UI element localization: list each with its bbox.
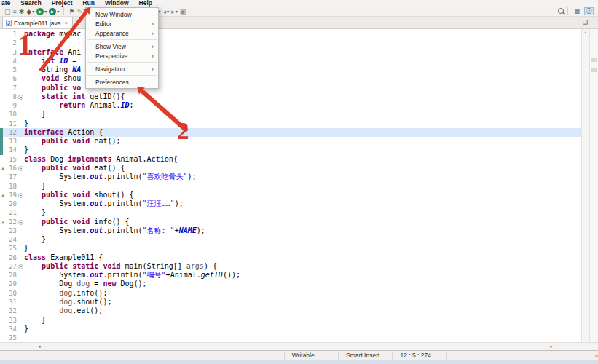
line-number[interactable]: 2 <box>6 39 17 47</box>
line-number[interactable]: 10 <box>6 110 17 119</box>
line-number[interactable]: 26 <box>6 253 17 262</box>
line-number[interactable]: 31 <box>6 298 17 306</box>
code-text[interactable]: dog.eat(); <box>24 306 581 315</box>
code-text[interactable]: class Dog implements Animal,Action{ <box>24 155 581 164</box>
code-line-27[interactable]: 27 public static void main(String[] args… <box>0 262 581 271</box>
code-text[interactable]: System.out.println("汪汪……"); <box>24 199 581 208</box>
code-line-31[interactable]: 31 dog.shout(); <box>0 298 581 306</box>
code-line-26[interactable]: 26class Example011 { <box>0 253 581 262</box>
fold-collapse-icon[interactable] <box>17 191 24 199</box>
minimize-view-icon[interactable]: — <box>573 19 578 26</box>
menu-item-show-view[interactable]: Show View› <box>86 41 158 51</box>
code-text[interactable]: public void eat() { <box>24 164 581 173</box>
code-line-21[interactable]: 21 } <box>0 208 581 217</box>
coverage-icon[interactable]: ◆▾ <box>26 7 34 16</box>
code-text[interactable]: public void shout() { <box>24 191 581 199</box>
menu-ate[interactable]: ate <box>1 0 10 7</box>
code-text[interactable]: static int getID(){ <box>24 92 581 101</box>
new-window-icon[interactable]: ▣ <box>180 7 186 16</box>
code-text[interactable]: System.out.println("喜欢吃骨头"); <box>24 173 581 181</box>
line-number[interactable]: 35 <box>6 333 17 342</box>
fold-collapse-icon[interactable] <box>17 92 24 101</box>
fold-collapse-icon[interactable] <box>18 193 23 198</box>
line-number[interactable]: 23 <box>6 226 17 235</box>
code-text[interactable]: dog.shout(); <box>24 298 581 306</box>
code-line-23[interactable]: 23 System.out.println("名称: "+NAME); <box>0 226 581 235</box>
code-line-18[interactable]: 18 } <box>0 182 581 191</box>
menu-project[interactable]: Project <box>52 0 73 7</box>
code-text[interactable]: } <box>24 110 581 119</box>
code-line-17[interactable]: 17 System.out.println("喜欢吃骨头"); <box>0 173 581 181</box>
line-number[interactable]: 16 <box>6 164 17 173</box>
fold-collapse-icon[interactable] <box>17 262 24 271</box>
line-number[interactable]: 29 <box>6 280 17 288</box>
code-line-11[interactable]: 11} <box>0 119 581 128</box>
code-line-34[interactable]: 34} <box>0 325 581 333</box>
code-line-19[interactable]: ▲19 public void shout() { <box>0 191 581 199</box>
line-number[interactable]: 28 <box>6 271 17 280</box>
menu-item-preferences[interactable]: Preferences <box>86 77 158 87</box>
line-number[interactable]: 22 <box>6 218 17 226</box>
code-text[interactable]: public void eat(); <box>24 137 581 146</box>
annotation-ruler[interactable] <box>589 29 598 342</box>
new-wizard-icon[interactable]: ▢ <box>4 7 11 16</box>
forward-icon[interactable]: ▸▾ <box>171 7 178 16</box>
dropdown-caret-icon[interactable]: ▾ <box>57 7 59 16</box>
code-text[interactable]: public static void main(String[] args) { <box>24 262 581 271</box>
menu-item-appearance[interactable]: Appearance› <box>86 28 158 38</box>
line-number[interactable]: 11 <box>6 119 17 128</box>
code-text[interactable]: } <box>24 182 581 191</box>
scroll-right-icon[interactable]: ▸ <box>550 344 553 349</box>
line-number[interactable]: 9 <box>6 101 17 110</box>
code-line-8[interactable]: 8 static int getID(){ <box>0 92 581 101</box>
code-text[interactable]: return Animal.ID; <box>24 101 581 110</box>
maximize-view-icon[interactable]: ❏ <box>583 19 588 26</box>
menu-help[interactable]: Help <box>139 0 152 7</box>
code-line-13[interactable]: 13 public void eat(); <box>0 137 581 146</box>
line-number[interactable]: 13 <box>6 137 17 146</box>
code-line-10[interactable]: 10 } <box>0 110 581 119</box>
code-text[interactable]: dog.info(); <box>24 289 581 298</box>
code-line-14[interactable]: 14} <box>0 146 581 154</box>
code-text[interactable]: System.out.println("编号"+Animal.getID()); <box>24 271 581 280</box>
code-text[interactable]: } <box>24 119 581 128</box>
code-text[interactable]: } <box>24 146 581 154</box>
search-icon[interactable] <box>558 8 564 15</box>
open-perspective-icon[interactable]: ▦ <box>573 7 582 15</box>
code-line-15[interactable]: 15class Dog implements Animal,Action{ <box>0 155 581 164</box>
menu-item-perspective[interactable]: Perspective› <box>86 51 158 60</box>
line-number[interactable]: 34 <box>6 325 17 333</box>
dropdown-caret-icon[interactable]: ▾ <box>176 7 178 16</box>
line-number[interactable]: 1 <box>6 30 17 39</box>
line-number[interactable]: 15 <box>6 155 17 164</box>
fold-collapse-icon[interactable] <box>18 220 23 225</box>
dropdown-caret-icon[interactable]: ▾ <box>32 7 34 16</box>
run-external-icon[interactable]: ▶▾ <box>49 7 59 16</box>
fold-collapse-icon[interactable] <box>17 164 24 173</box>
code-line-35[interactable]: 35 <box>0 333 581 342</box>
run-icon[interactable]: ▶▾ <box>36 7 47 16</box>
dropdown-caret-icon[interactable]: ▾ <box>159 7 161 16</box>
horizontal-scrollbar[interactable]: ◂ ▸ <box>0 342 598 350</box>
menu-item-editor[interactable]: Editor› <box>86 19 158 28</box>
scroll-left-icon[interactable]: ◂ <box>38 344 41 349</box>
code-line-32[interactable]: 32 dog.eat(); <box>0 306 581 315</box>
code-line-16[interactable]: ▲16 public void eat() { <box>0 164 581 173</box>
line-number[interactable]: 27 <box>6 262 17 271</box>
line-number[interactable]: 33 <box>6 316 17 325</box>
code-text[interactable]: System.out.println("名称: "+NAME); <box>24 226 581 235</box>
debug-icon[interactable]: ✱ <box>19 7 25 16</box>
code-line-33[interactable]: 33 } <box>0 316 581 325</box>
menu-search[interactable]: Search <box>20 0 41 7</box>
line-number[interactable]: 19 <box>6 191 17 199</box>
code-text[interactable]: } <box>24 208 581 217</box>
task-icon[interactable]: ⚑ <box>68 7 74 16</box>
menu-item-new-window[interactable]: New Window <box>86 9 158 19</box>
line-number[interactable]: 30 <box>6 289 17 298</box>
scroll-up-icon[interactable]: ▴ <box>584 30 586 34</box>
code-line-12[interactable]: 12interface Action { <box>0 128 581 137</box>
code-text[interactable]: interface Action { <box>24 128 581 137</box>
line-number[interactable]: 20 <box>6 199 17 208</box>
code-line-25[interactable]: 25} <box>0 244 581 253</box>
line-number[interactable]: 5 <box>6 66 17 74</box>
